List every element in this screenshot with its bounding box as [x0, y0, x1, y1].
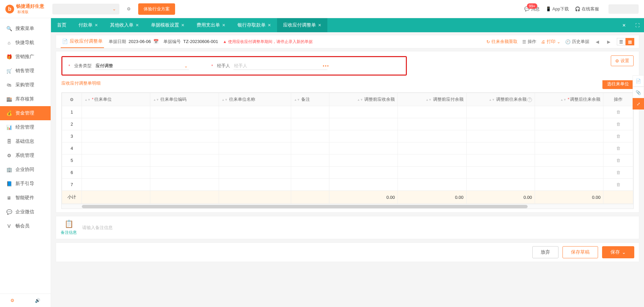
sidebar-settings-icon[interactable]: ⚙	[10, 298, 14, 303]
sidebar-item-7[interactable]: 📊经营管理	[0, 120, 51, 134]
form-settings-button[interactable]: ⚙ 设置	[611, 55, 634, 66]
sidebar-item-12[interactable]: 🖥智能硬件	[0, 191, 51, 205]
trial-button[interactable]: 体验行业方案	[138, 3, 175, 15]
brand-name: 畅捷通好生意	[16, 3, 44, 9]
delete-icon[interactable]: 🗑	[616, 146, 621, 151]
remark-input[interactable]	[82, 225, 634, 230]
delete-icon[interactable]: 🗑	[616, 109, 621, 115]
table-row[interactable]: 7🗑	[62, 179, 633, 191]
col-gear[interactable]: ⚙	[62, 93, 82, 106]
table-row[interactable]: 6🗑	[62, 167, 633, 179]
reset-balance-button[interactable]: ↻ 往来余额重取	[486, 39, 518, 45]
col-before-bal[interactable]: ▲▼调整前往来余额?	[466, 93, 535, 106]
tab-expand-icon[interactable]: ⛶	[631, 18, 644, 32]
warehouse-icon: 🏬	[6, 96, 12, 102]
ellipsis-icon[interactable]: •••	[323, 63, 329, 69]
close-icon[interactable]: ✕	[222, 23, 225, 28]
delete-icon[interactable]: 🗑	[616, 122, 621, 127]
col-before-ap[interactable]: ▲▼调整前应付余额	[398, 93, 466, 106]
sidebar-item-1[interactable]: ⌂快捷导航	[0, 36, 51, 50]
doc-header: 📄 应收应付调整单 单据日期 2023-06-06 📅 单据编号 TZ-2023…	[56, 35, 639, 48]
printer-icon: 🖨	[541, 39, 545, 44]
delete-icon[interactable]: 🗑	[616, 182, 621, 187]
sidebar-item-5[interactable]: 🏬库存核算	[0, 92, 51, 106]
org-selector[interactable]: ⌄	[52, 4, 119, 14]
help-icon[interactable]: ?	[527, 97, 532, 102]
table-row[interactable]: 3🗑	[62, 130, 633, 142]
tab-1[interactable]: 付款单✕	[72, 18, 104, 32]
calendar-icon[interactable]: 📅	[153, 39, 159, 44]
handler-input[interactable]	[233, 62, 327, 70]
close-icon[interactable]: ✕	[318, 23, 321, 28]
sidebar-item-0[interactable]: 🔍搜索菜单	[0, 21, 51, 36]
logo: b 畅捷通好生意 标准版	[5, 3, 44, 14]
right-rail: 📄 📎 ⤢	[633, 75, 644, 109]
view-card-icon[interactable]: ▦	[626, 38, 634, 45]
table-row[interactable]: 4🗑	[62, 142, 633, 155]
col-code[interactable]: ▲▼往来单位编码	[150, 93, 219, 106]
chevron-down-icon[interactable]: ⌄	[184, 63, 188, 69]
table-row[interactable]: 2🗑	[62, 118, 633, 130]
close-icon[interactable]: ✕	[95, 23, 98, 28]
subtotal-row: 小计 0.00 0.00 0.00 0.00	[62, 191, 633, 204]
sidebar-item-10[interactable]: 🏢企业协同	[0, 163, 51, 177]
brand-edition: 标准版	[17, 9, 44, 14]
next-doc-icon[interactable]: ▶	[605, 39, 612, 44]
delete-icon[interactable]: 🗑	[616, 158, 621, 163]
print-button[interactable]: 🖨 打印 ⌄	[541, 39, 560, 45]
tab-6[interactable]: 应收应付调整单✕	[277, 18, 327, 32]
tab-2[interactable]: 其他收入单✕	[104, 18, 145, 32]
biz-type-input[interactable]	[95, 62, 189, 70]
close-icon[interactable]: ✕	[268, 23, 271, 28]
tab-close-all-icon[interactable]: ✕	[617, 18, 631, 32]
sidebar-item-14[interactable]: V畅会员	[0, 219, 51, 233]
tab-5[interactable]: 银行存取款单✕	[231, 18, 277, 32]
tab-3[interactable]: 单据模板设置✕	[145, 18, 191, 32]
sidebar-item-13[interactable]: 💬企业微信	[0, 205, 51, 219]
delete-icon[interactable]: 🗑	[616, 134, 621, 139]
close-icon[interactable]: ✕	[181, 23, 184, 28]
tab-label: 应收应付调整单	[283, 22, 316, 28]
app-download-button[interactable]: 📱 App下载	[546, 6, 569, 12]
doc-title-tab[interactable]: 📄 应收应付调整单	[61, 35, 104, 48]
col-before-ar[interactable]: ▲▼调整前应收余额	[329, 93, 397, 106]
view-list-icon[interactable]: ☰	[617, 38, 626, 45]
table-row[interactable]: 1🗑	[62, 106, 633, 118]
save-button[interactable]: 保存 ⌄	[602, 246, 634, 258]
col-after-bal[interactable]: ▲▼*调整后往来余额	[535, 93, 603, 106]
prev-doc-icon[interactable]: ◀	[594, 39, 601, 44]
doc-warning-text: 使用应收应付调整单期间，请停止录入新的单据	[228, 39, 313, 45]
select-unit-button[interactable]: 选往来单位	[602, 80, 634, 89]
sidebar-item-8[interactable]: 🗄基础信息	[0, 134, 51, 148]
discard-button[interactable]: 放弃	[532, 246, 558, 258]
save-draft-button[interactable]: 保存草稿	[562, 246, 598, 258]
settings-gear-icon[interactable]: ⚙	[124, 4, 133, 14]
doc-number: 单据编号 TZ-20230606-001	[163, 39, 218, 45]
horizontal-scrollbar[interactable]	[62, 204, 633, 209]
sidebar-sound-icon[interactable]: 🔊	[35, 298, 40, 303]
table-row[interactable]: 5🗑	[62, 155, 633, 167]
sidebar-item-label: 库存核算	[15, 96, 34, 102]
sidebar-item-6[interactable]: 💰资金管理	[0, 106, 51, 120]
sidebar-item-9[interactable]: ⚙系统管理	[0, 148, 51, 163]
operate-button[interactable]: ☰ 操作	[522, 39, 536, 45]
rail-attach-icon[interactable]: 📎	[633, 87, 644, 98]
close-icon[interactable]: ✕	[136, 23, 139, 28]
row-index: 4	[62, 142, 82, 155]
history-button[interactable]: 🕘 历史单据	[565, 39, 589, 45]
tab-0[interactable]: 首页	[51, 18, 72, 32]
sidebar-item-2[interactable]: 🎁营销推广	[0, 50, 51, 64]
rail-expand-icon[interactable]: ⤢	[633, 98, 644, 109]
sidebar-item-3[interactable]: 🛒销售管理	[0, 64, 51, 78]
rail-note-icon[interactable]: 📄	[633, 75, 644, 87]
sidebar-item-4[interactable]: 🛍采购管理	[0, 78, 51, 92]
col-unit[interactable]: ▲▼*往来单位	[82, 93, 150, 106]
user-avatar[interactable]	[608, 4, 639, 14]
delete-icon[interactable]: 🗑	[616, 170, 621, 175]
col-name[interactable]: ▲▼往来单位名称	[219, 93, 291, 106]
messages-button[interactable]: 99+ 💬 消息	[524, 6, 540, 12]
online-service-button[interactable]: 🎧 在线客服	[575, 6, 599, 12]
sidebar-item-11[interactable]: 📘新手引导	[0, 177, 51, 191]
col-remark[interactable]: ▲▼备注	[291, 93, 329, 106]
tab-4[interactable]: 费用支出单✕	[191, 18, 231, 32]
